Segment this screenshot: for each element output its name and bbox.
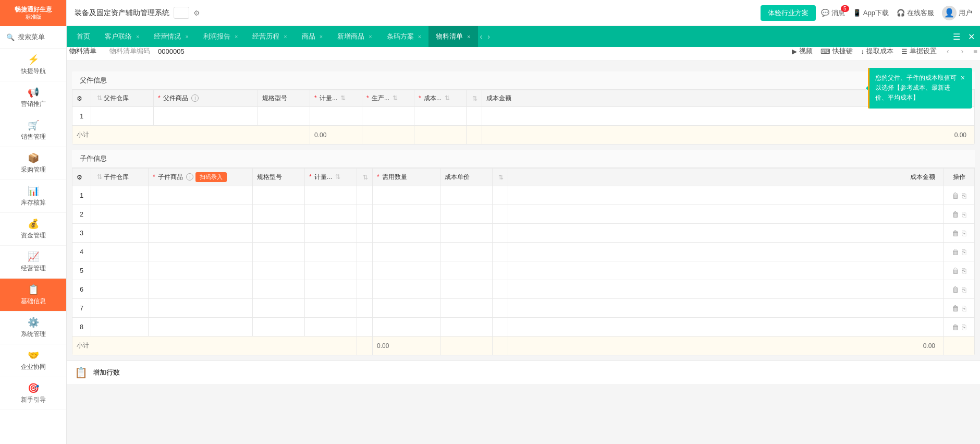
- child-product-cell-8[interactable]: [149, 318, 253, 337]
- sidebar-item-quick-nav[interactable]: ⚡ 快捷导航: [0, 49, 66, 81]
- tooltip-close-button[interactable]: ×: [961, 72, 965, 83]
- child-warehouse-cell-3[interactable]: [91, 224, 149, 243]
- child-product-cell-4[interactable]: [149, 243, 253, 261]
- tab-bom[interactable]: 物料清单 ×: [428, 26, 477, 47]
- child-sort2-cell-1[interactable]: [493, 186, 508, 205]
- parent-product-info-icon[interactable]: i: [191, 94, 199, 102]
- child-warehouse-cell-4[interactable]: [91, 243, 149, 261]
- child-quantity-cell-4[interactable]: [305, 243, 357, 261]
- sidebar-item-enterprise[interactable]: 🤝 企业协同: [0, 344, 66, 377]
- child-needed-qty-cell-2[interactable]: [373, 205, 440, 224]
- child-sort-cell-5[interactable]: [357, 261, 373, 280]
- nav-prev-record[interactable]: ‹: [945, 47, 951, 56]
- tab-prev-button[interactable]: ‹: [478, 31, 485, 42]
- tab-new-product[interactable]: 新增商品 ×: [330, 26, 379, 47]
- tab-home[interactable]: 首页: [69, 26, 97, 47]
- child-cost-amount-cell-5[interactable]: [508, 261, 944, 280]
- add-row-label[interactable]: 增加行数: [93, 368, 120, 377]
- child-th-settings[interactable]: ⚙: [72, 169, 91, 186]
- child-needed-qty-cell-8[interactable]: [373, 318, 440, 337]
- child-quantity-cell-8[interactable]: [305, 318, 357, 337]
- child-cost-amount-cell-4[interactable]: [508, 243, 944, 261]
- delete-row-icon-2[interactable]: 🗑: [952, 210, 959, 219]
- child-quantity-cell-6[interactable]: [305, 280, 357, 299]
- close-history-tab-icon[interactable]: ×: [284, 33, 287, 40]
- child-needed-qty-cell-6[interactable]: [373, 280, 440, 299]
- child-product-cell-6[interactable]: [149, 280, 253, 299]
- child-unit-cost-cell-1[interactable]: [440, 186, 493, 205]
- sidebar-item-marketing[interactable]: 📢 营销推广: [0, 81, 66, 114]
- child-warehouse-cell-8[interactable]: [91, 318, 149, 337]
- child-unit-cost-cell-5[interactable]: [440, 261, 493, 280]
- parent-th-settings[interactable]: ⚙: [72, 90, 91, 107]
- child-spec-cell-8[interactable]: [253, 318, 305, 337]
- child-product-cell-1[interactable]: [149, 186, 253, 205]
- delete-row-icon-5[interactable]: 🗑: [952, 267, 959, 275]
- child-sort2-cell-4[interactable]: [493, 243, 508, 261]
- delete-row-icon-6[interactable]: 🗑: [952, 285, 959, 294]
- child-needed-qty-cell-5[interactable]: [373, 261, 440, 280]
- trial-button[interactable]: 体验行业方案: [761, 5, 816, 21]
- sidebar-item-operations[interactable]: 📈 经营管理: [0, 246, 66, 279]
- copy-row-icon-1[interactable]: ⎘: [962, 191, 966, 200]
- shortcut-button[interactable]: ⌨ 快捷键: [820, 47, 853, 56]
- sidebar-item-finance[interactable]: 💰 资金管理: [0, 213, 66, 246]
- delete-row-icon-3[interactable]: 🗑: [952, 229, 959, 237]
- close-customer-tab-icon[interactable]: ×: [136, 33, 139, 40]
- child-quantity-cell-5[interactable]: [305, 261, 357, 280]
- tab-operations[interactable]: 经营情况 ×: [146, 26, 195, 47]
- child-settings-icon[interactable]: ⚙: [77, 174, 82, 181]
- extract-cost-button[interactable]: ↓ 提取成本: [861, 47, 893, 56]
- child-sort-cell-3[interactable]: [357, 224, 373, 243]
- child-cost-amount-cell-2[interactable]: [508, 205, 944, 224]
- child-sort-cell-7[interactable]: [357, 299, 373, 318]
- user-menu-button[interactable]: 👤 用户: [942, 6, 972, 20]
- delete-row-icon-8[interactable]: 🗑: [952, 323, 959, 331]
- child-unit-cost-cell-3[interactable]: [440, 224, 493, 243]
- tab-customer[interactable]: 客户联络 ×: [97, 26, 146, 47]
- gear-icon[interactable]: ⚙: [193, 9, 200, 17]
- tab-profit[interactable]: 利润报告 ×: [196, 26, 245, 47]
- child-sort2-cell-7[interactable]: [493, 299, 508, 318]
- child-spec-cell-4[interactable]: [253, 243, 305, 261]
- child-sort2-cell-8[interactable]: [493, 318, 508, 337]
- nav-next-record[interactable]: ›: [959, 47, 966, 56]
- th-sort-qty-icon[interactable]: ⇅: [340, 94, 346, 102]
- parent-product-cell-1[interactable]: [154, 107, 258, 126]
- child-product-info-icon[interactable]: i: [186, 173, 193, 181]
- child-needed-qty-cell-3[interactable]: [373, 224, 440, 243]
- child-spec-cell-5[interactable]: [253, 261, 305, 280]
- delete-row-icon-4[interactable]: 🗑: [952, 248, 959, 256]
- search-menu-button[interactable]: 🔍 搜索菜单: [4, 30, 62, 44]
- tab-next-button[interactable]: ›: [485, 31, 492, 42]
- child-warehouse-cell-6[interactable]: [91, 280, 149, 299]
- child-sort-cell-6[interactable]: [357, 280, 373, 299]
- child-spec-cell-6[interactable]: [253, 280, 305, 299]
- add-row-icon[interactable]: 📋: [75, 366, 88, 379]
- child-unit-cost-cell-8[interactable]: [440, 318, 493, 337]
- parent-production-cell-1[interactable]: [362, 107, 414, 126]
- child-cost-amount-cell-6[interactable]: [508, 280, 944, 299]
- copy-row-icon-2[interactable]: ⎘: [962, 210, 966, 219]
- parent-warehouse-cell-1[interactable]: [91, 107, 154, 126]
- child-unit-cost-cell-6[interactable]: [440, 280, 493, 299]
- copy-row-icon-4[interactable]: ⎘: [962, 248, 966, 256]
- sidebar-item-sales[interactable]: 🛒 销售管理: [0, 114, 66, 147]
- th-sort-icon[interactable]: ⇅: [97, 94, 102, 102]
- child-cost-amount-cell-7[interactable]: [508, 299, 944, 318]
- copy-row-icon-6[interactable]: ⎘: [962, 285, 966, 294]
- tab-barcode[interactable]: 条码方案 ×: [379, 26, 428, 47]
- th-sort-cost-icon[interactable]: ⇅: [445, 94, 450, 102]
- sidebar-item-purchase[interactable]: 📦 采购管理: [0, 147, 66, 180]
- child-warehouse-cell-5[interactable]: [91, 261, 149, 280]
- tab-products[interactable]: 商品 ×: [295, 26, 330, 47]
- child-sort-cell-2[interactable]: [357, 205, 373, 224]
- child-quantity-cell-7[interactable]: [305, 299, 357, 318]
- online-service-button[interactable]: 🎧 在线客服: [897, 8, 934, 18]
- close-products-tab-icon[interactable]: ×: [320, 33, 323, 40]
- child-sort-cell-1[interactable]: [357, 186, 373, 205]
- close-profit-tab-icon[interactable]: ×: [235, 33, 238, 40]
- close-new-product-tab-icon[interactable]: ×: [369, 33, 372, 40]
- child-warehouse-cell-1[interactable]: [91, 186, 149, 205]
- child-product-cell-5[interactable]: [149, 261, 253, 280]
